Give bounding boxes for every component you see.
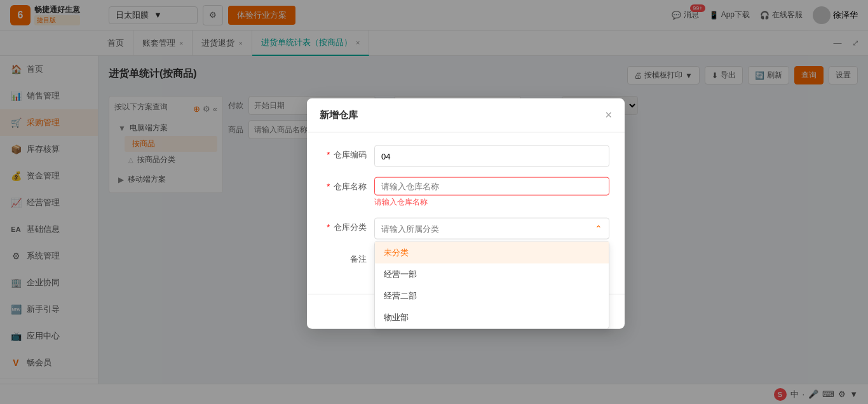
modal-header: 新增仓库 × [307,98,625,133]
name-field-wrap: 请输入仓库名称 [374,177,609,208]
name-label: * 仓库名称 [322,177,367,192]
dropdown-item-dept2[interactable]: 经营二部 [375,285,609,307]
category-dropdown: 未分类 经营一部 经营二部 物业部 [374,241,609,329]
code-label: * 仓库编码 [322,145,367,161]
dropdown-item-property[interactable]: 物业部 [375,307,609,328]
category-label: * 仓库分类 [322,218,367,233]
warehouse-name-input[interactable] [374,177,609,196]
modal-body: * 仓库编码 * 仓库名称 请输入仓库名称 * 仓库分类 ⌃ [307,133,625,294]
category-input-wrap: ⌃ 未分类 经营一部 经营二部 物业部 [374,218,609,239]
dropdown-item-uncategorized[interactable]: 未分类 [375,242,609,264]
dropdown-item-dept1[interactable]: 经营一部 [375,264,609,285]
modal-title: 新增仓库 [320,109,358,121]
form-row-category: * 仓库分类 ⌃ 未分类 经营一部 经营二部 物业部 [322,218,609,239]
category-toggle-button[interactable]: ⌃ [588,219,609,239]
warehouse-code-input[interactable] [374,145,609,167]
name-error-tip: 请输入仓库名称 [374,197,609,208]
modal-add-warehouse: 新增仓库 × * 仓库编码 * 仓库名称 请输入仓库名称 * [307,98,625,329]
form-row-name: * 仓库名称 请输入仓库名称 [322,177,609,208]
form-row-code: * 仓库编码 [322,145,609,167]
note-label: 备注 [322,250,367,265]
modal-close-button[interactable]: × [605,109,612,122]
category-input[interactable] [375,220,588,237]
